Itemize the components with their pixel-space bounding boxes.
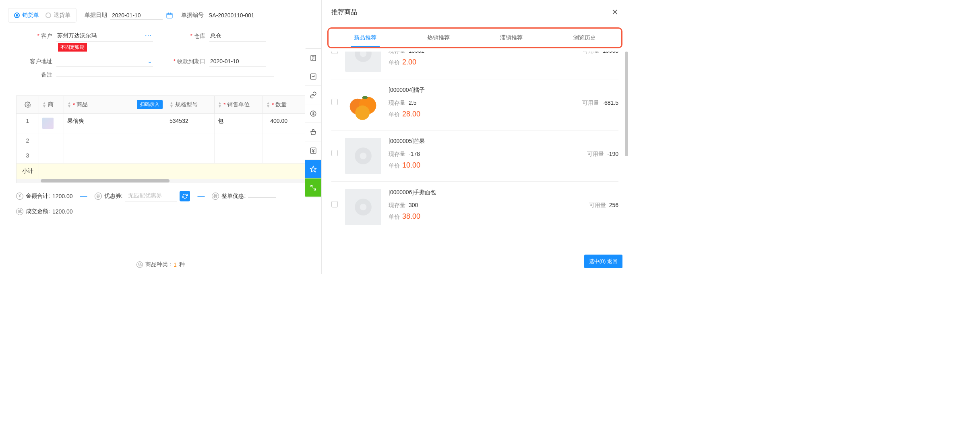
qty-col-header[interactable]: ▲▼*数量 bbox=[263, 96, 291, 113]
svg-point-20 bbox=[360, 153, 367, 160]
rmb-icon[interactable] bbox=[305, 141, 321, 160]
address-label: 客户地址 bbox=[30, 58, 52, 64]
warehouse-label: 仓库 bbox=[194, 33, 205, 39]
tab-new[interactable]: 新品推荐 bbox=[329, 29, 402, 46]
customer-label: 客户 bbox=[41, 33, 52, 39]
remark-label: 备注 bbox=[41, 71, 52, 78]
product-col-header[interactable]: ▲▼*商品 扫码录入 bbox=[64, 96, 166, 113]
table-row[interactable]: 2 bbox=[17, 133, 305, 148]
spec-col-header[interactable]: ▲▼规格型号 bbox=[166, 96, 215, 113]
product-thumb-icon bbox=[42, 118, 54, 129]
svg-point-4 bbox=[27, 104, 29, 106]
tab-history[interactable]: 浏览历史 bbox=[548, 29, 621, 46]
vertical-scrollbar[interactable] bbox=[625, 52, 628, 156]
coupon-icon: 券 bbox=[95, 193, 102, 200]
svg-marker-12 bbox=[310, 166, 316, 172]
main-form-panel: 销货单 退货单 单据日期 2020-01-10 单据编号 SA-20200110… bbox=[0, 0, 321, 274]
refresh-button[interactable] bbox=[180, 191, 190, 201]
scan-button[interactable]: 扫码录入 bbox=[137, 100, 163, 109]
recommend-title: 推荐商品 bbox=[331, 8, 357, 17]
product-checkbox[interactable] bbox=[331, 201, 338, 207]
minus-icon: — bbox=[80, 192, 87, 200]
radio-label: 销货单 bbox=[22, 12, 39, 19]
product-image-placeholder bbox=[345, 52, 381, 72]
row-spec[interactable]: 534532 bbox=[166, 114, 215, 133]
table-header: ▲▼商 ▲▼*商品 扫码录入 ▲▼规格型号 ▲▼*销售单位 ▲▼*数量 bbox=[17, 96, 305, 114]
coupon-input[interactable]: 无匹配优惠券 bbox=[125, 191, 177, 201]
warehouse-input[interactable]: 总仓 bbox=[209, 31, 266, 41]
select-return-button[interactable]: 选中(0) 返回 bbox=[584, 255, 623, 268]
link-icon[interactable] bbox=[305, 86, 321, 104]
radio-icon bbox=[14, 12, 20, 18]
row-product[interactable]: 果倍爽 bbox=[64, 114, 166, 133]
due-input[interactable]: 2020-01-10 bbox=[209, 56, 266, 66]
product-checkbox[interactable] bbox=[331, 52, 338, 54]
radio-icon bbox=[45, 12, 51, 18]
subtotal-label: 小计 bbox=[17, 164, 39, 179]
deal-icon: 成 bbox=[16, 208, 23, 215]
recommend-tabs: 新品推荐 热销推荐 滞销推荐 浏览历史 bbox=[329, 29, 621, 46]
product-image-placeholder bbox=[345, 138, 381, 174]
due-date-field: *收款到期日 2020-01-10 bbox=[169, 56, 266, 66]
footer-summary: 品 商品种类 : 1 种 bbox=[0, 255, 321, 274]
ellipsis-icon[interactable]: ··· bbox=[145, 33, 152, 39]
warehouse-value: 总仓 bbox=[210, 32, 221, 39]
subtotal-row: 小计 bbox=[17, 163, 305, 179]
radio-label: 退货单 bbox=[54, 12, 70, 19]
remark-field: 备注 bbox=[16, 71, 274, 79]
detail-icon[interactable] bbox=[305, 49, 321, 67]
whole-discount-input[interactable] bbox=[248, 194, 276, 198]
address-field: 客户地址 ⌄ bbox=[16, 56, 153, 66]
basket-icon[interactable] bbox=[305, 123, 321, 141]
radio-return-order[interactable]: 退货单 bbox=[45, 12, 70, 19]
due-value: 2020-01-10 bbox=[210, 58, 239, 64]
doc-type-radio-group: 销货单 退货单 bbox=[8, 8, 76, 23]
chart-icon[interactable] bbox=[305, 67, 321, 86]
svg-point-18 bbox=[362, 96, 368, 99]
table-row[interactable]: 3 bbox=[17, 148, 305, 163]
remark-input[interactable] bbox=[56, 73, 274, 77]
tab-hot[interactable]: 热销推荐 bbox=[402, 29, 475, 46]
doc-date-label: 单据日期 bbox=[85, 12, 107, 19]
close-icon[interactable]: ✕ bbox=[612, 7, 618, 17]
yen-icon: ¥ bbox=[16, 193, 23, 200]
gear-icon bbox=[25, 102, 31, 108]
line-items-table: ▲▼商 ▲▼*商品 扫码录入 ▲▼规格型号 ▲▼*销售单位 ▲▼*数量 1 果倍… bbox=[16, 95, 305, 183]
horizontal-scrollbar[interactable] bbox=[17, 179, 305, 183]
address-input[interactable]: ⌄ bbox=[56, 56, 153, 66]
form-area: *客户 苏州万达沃尔玛 ··· 不固定账期 *仓库 总仓 bbox=[0, 27, 321, 87]
customer-input[interactable]: 苏州万达沃尔玛 ··· bbox=[56, 31, 153, 41]
row-unit[interactable]: 包 bbox=[215, 114, 263, 133]
radio-sales-order[interactable]: 销货单 bbox=[14, 12, 39, 19]
product-item: [0000005]芒果 现存量-178 可用量-190 单价10.00 bbox=[331, 131, 618, 182]
whole-discount-field: 折 整单优惠: bbox=[212, 193, 276, 200]
settings-col-header[interactable] bbox=[17, 96, 39, 113]
unit-col-header[interactable]: ▲▼*销售单位 bbox=[215, 96, 263, 113]
svg-point-22 bbox=[360, 204, 367, 211]
product-title: [0000004]橘子 bbox=[389, 87, 618, 94]
recommend-panel: 推荐商品 ✕ 新品推荐 热销推荐 滞销推荐 浏览历史 250ml bbox=[321, 0, 628, 274]
table-body: 1 果倍爽 534532 包 400.00 2 3 bbox=[17, 114, 305, 163]
product-checkbox[interactable] bbox=[331, 150, 338, 156]
expand-icon[interactable] bbox=[305, 178, 321, 197]
doc-date-field: 单据日期 2020-01-10 bbox=[85, 11, 173, 20]
doc-date-value[interactable]: 2020-01-10 bbox=[110, 11, 163, 20]
product-checkbox[interactable] bbox=[331, 99, 338, 105]
recommend-list: 250ml 现存量19952 可用量19903 单价2.00 [0000004]… bbox=[322, 52, 628, 274]
scrollbar-thumb[interactable] bbox=[41, 179, 170, 182]
calendar-icon[interactable] bbox=[166, 12, 173, 19]
product-title: [0000006]手撕面包 bbox=[389, 189, 618, 196]
tab-slow[interactable]: 滞销推荐 bbox=[475, 29, 548, 46]
vendor-col-header[interactable]: ▲▼商 bbox=[39, 96, 64, 113]
svg-rect-0 bbox=[167, 13, 172, 18]
table-row[interactable]: 1 果倍爽 534532 包 400.00 bbox=[17, 114, 305, 133]
totals-area: ¥ 金额合计: 1200.00 — 券 优惠券: 无匹配优惠券 — 折 整单优惠… bbox=[0, 183, 321, 222]
discount-icon: 折 bbox=[212, 193, 219, 200]
row-qty[interactable]: 400.00 bbox=[263, 114, 291, 133]
star-icon[interactable] bbox=[305, 160, 321, 178]
chevron-down-icon[interactable]: ⌄ bbox=[147, 58, 152, 64]
category-icon: 品 bbox=[136, 261, 143, 268]
product-title: [0000005]芒果 bbox=[389, 138, 618, 145]
currency-icon[interactable] bbox=[305, 104, 321, 123]
warehouse-field: *仓库 总仓 bbox=[169, 31, 266, 41]
